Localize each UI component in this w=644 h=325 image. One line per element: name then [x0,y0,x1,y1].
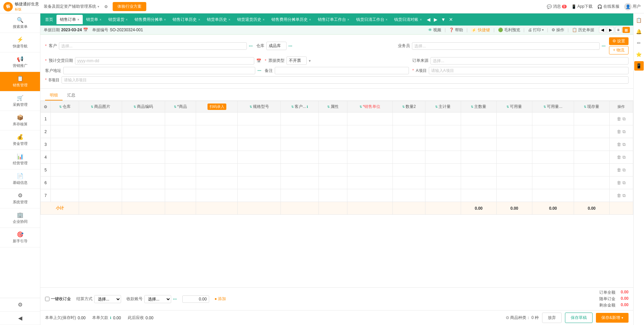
a-project-input[interactable] [429,67,629,74]
sidebar-item-search[interactable]: 🔍 搜索菜单 [0,13,40,33]
tab-prev-button[interactable]: ◀ [425,16,432,23]
tab-summary[interactable]: 汇总 [63,91,80,100]
tab-sales-fee[interactable]: 销售费用分摊单 × [131,15,169,24]
toolbar-history[interactable]: 📋 历史单据 [572,27,594,33]
toolbar-operation[interactable]: ⚙ 操作 [552,27,564,33]
tab-close-icon[interactable]: × [164,18,166,22]
col-customer-spec[interactable]: ⇅客户...ℹ [280,101,318,113]
invoice-dropdown-icon[interactable]: ▾ [309,58,311,63]
col-main-unit[interactable]: ⇅主计量 [425,101,461,113]
sidebar-collapse[interactable]: ◀ [0,312,40,325]
tab-order-history[interactable]: 销售订单历史 × [169,15,203,24]
toolbar-shortcut[interactable]: ⚡ 快捷键 [471,27,490,33]
discard-button[interactable]: 放弃 [542,313,562,323]
tab-close-icon[interactable]: × [228,18,230,22]
row-copy-icon[interactable]: ⧉ [622,180,626,186]
order-source-input[interactable] [430,57,629,65]
tab-sales-order[interactable]: 销售订单 × [56,15,83,24]
row-copy-icon[interactable]: ⧉ [622,116,626,122]
toolbar-next-button[interactable]: ▶ [607,27,614,33]
right-panel-btn-5[interactable]: 📱 [634,61,644,71]
right-panel-btn-2[interactable]: 🔔 [634,27,644,36]
toolbar-mode-button[interactable]: ▦ [622,27,630,33]
tab-close-icon[interactable]: × [420,18,422,22]
sidebar-item-sales[interactable]: 📋 销售管理 [0,72,40,91]
right-panel-btn-1[interactable]: 📋 [634,15,644,25]
staff-input[interactable] [412,42,600,50]
tab-close-icon[interactable]: × [386,18,388,22]
row-delete-icon[interactable]: 🗑 [617,129,621,134]
sidebar-item-marketing[interactable]: 📢 营销推广 [0,52,40,72]
tab-sales-refund[interactable]: 销货退货 × [105,15,131,24]
sidebar-item-inventory[interactable]: 📦 库存核算 [0,111,40,130]
tab-refund-history[interactable]: 销货退货历史 × [234,15,268,24]
b-project-input[interactable] [62,76,629,84]
tab-order-workbench[interactable]: 销售订单工作台 × [314,15,353,24]
customer-expand-icon[interactable]: ··· [249,43,253,49]
tab-home[interactable]: 首页 [42,15,56,24]
row-copy-icon[interactable]: ⧉ [622,193,626,198]
toolbar-prev-button[interactable]: ◀ [599,27,606,33]
receipt-amount-input[interactable] [182,295,209,303]
row-delete-icon[interactable]: 🗑 [617,155,621,160]
row-copy-icon[interactable]: ⧉ [622,167,626,173]
sidebar-item-operations[interactable]: 📊 经营管理 [0,150,40,169]
sidebar-settings[interactable]: ⚙ [0,298,40,312]
toolbar-grid-button[interactable]: ≡ [615,27,621,33]
scan-button[interactable]: 扫码录入 [207,104,226,110]
col-product-name[interactable]: ⇅*商品 [165,101,196,113]
gear-icon[interactable]: ⚙ [102,3,110,11]
tab-cash-reconcile[interactable]: 钱货日清对账 × [391,15,425,24]
row-delete-icon[interactable]: 🗑 [617,180,621,186]
tab-close-icon[interactable]: × [100,18,102,22]
row-delete-icon[interactable]: 🗑 [617,193,621,198]
address-expand-icon[interactable]: ··· [257,68,261,73]
sidebar-item-basic-info[interactable]: 📄 基础信息 [0,169,40,189]
row-delete-icon[interactable]: 🗑 [617,167,621,173]
tab-close-icon[interactable]: × [309,18,311,22]
sidebar-item-purchase[interactable]: 🛒 采购管理 [0,91,40,111]
toolbar-profit[interactable]: 🟢 毛利预览 [498,27,520,33]
customer-input[interactable] [59,42,247,50]
sidebar-item-enterprise[interactable]: 🏢 企业协同 [0,208,40,228]
right-panel-btn-4[interactable]: ⭐ [634,50,644,59]
toolbar-help[interactable]: ❓ 帮助 [449,27,463,33]
staff-expand-icon[interactable]: ··· [602,43,606,49]
calendar-icon[interactable]: 📅 [83,28,88,32]
right-panel-btn-3[interactable]: ✏ [634,38,644,48]
col-main-qty[interactable]: ⇅主数量 [461,101,496,113]
tab-sales-return[interactable]: 销货单 × [83,15,105,24]
tab-detail[interactable]: 明细 [45,91,63,100]
row-copy-icon[interactable]: ⧉ [622,155,626,160]
one-click-checkout-checkbox[interactable] [45,297,49,301]
row-copy-icon[interactable]: ⧉ [622,129,626,134]
online-service-item[interactable]: 🎧 在线客服 [597,4,619,9]
warehouse-expand-icon[interactable]: ··· [289,43,293,49]
save-new-button[interactable]: 保存&新增 ▾ [596,313,629,323]
sidebar-item-system[interactable]: ⚙ 系统管理 [0,189,40,208]
col-product-code[interactable]: ⇅商品编码 [122,101,165,113]
tab-return-history[interactable]: 销货单历史 × [203,15,234,24]
col-stock-qty[interactable]: ⇅现存量 [574,101,609,113]
col-settings[interactable]: ⚙ [41,101,51,113]
tab-close-icon[interactable]: × [126,18,128,22]
note-input[interactable] [275,67,409,74]
col-sales-unit[interactable]: ⇅*销售单位 [347,101,393,113]
col-spec-model[interactable]: ⇅规格型号 [238,101,281,113]
tab-close-icon[interactable]: × [77,18,79,22]
col-attribute[interactable]: ⇅属性 [319,101,347,113]
user-item[interactable]: 👤 用户 [624,3,641,10]
col-available-qty2[interactable]: ⇅可用量... [532,101,574,113]
add-payment-link[interactable]: ● 添加 [215,296,226,302]
sidebar-item-finance[interactable]: 💰 资金管理 [0,130,40,150]
tab-close-icon[interactable]: × [198,18,200,22]
tab-close-icon[interactable]: × [347,18,349,22]
customer-address-input[interactable] [63,67,255,74]
col-warehouse[interactable]: ⇅仓库 [51,101,79,113]
tab-fee-history[interactable]: 销售费用分摊单历史 × [268,15,314,24]
settings-button[interactable]: ⚙ 设置 [609,37,629,45]
receipt-expand-icon[interactable]: ··· [173,296,177,302]
tab-close-all-button[interactable]: ✕ [447,16,455,23]
tab-close-icon[interactable]: × [263,18,265,22]
toolbar-print[interactable]: 🖨 打印 ▾ [528,27,544,33]
